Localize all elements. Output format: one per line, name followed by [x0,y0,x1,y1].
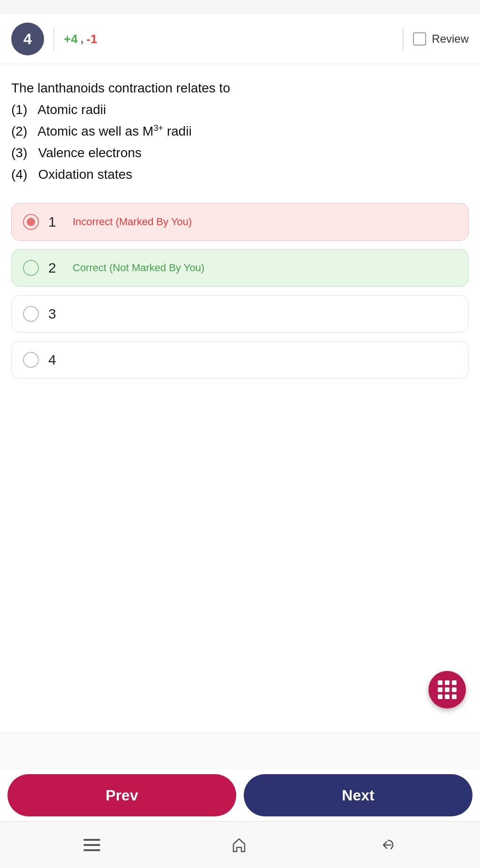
header: 4 +4 , -1 Review [0,14,480,64]
review-area[interactable]: Review [413,32,469,46]
prev-button[interactable]: Prev [8,774,236,816]
option-3[interactable]: 3 [11,295,469,333]
radio-btn-3[interactable] [23,306,39,322]
hamburger-line [83,849,100,851]
grid-dot [438,687,442,692]
score-separator: , [81,32,84,46]
radio-btn-4[interactable] [23,352,39,368]
review-label: Review [432,32,469,46]
question-line-3: (2) Atomic as well as M3+ radii [11,122,469,141]
question-line-1: The lanthanoids contraction relates to [11,78,469,98]
score-positive: +4 [64,32,78,46]
score-area: +4 , -1 [64,32,393,46]
option-number-4: 4 [48,352,60,368]
grid-dot [445,680,450,685]
question-text: The lanthanoids contraction relates to (… [11,78,469,184]
header-divider-2 [403,27,404,51]
question-line-2: (1) Atomic radii [11,100,469,120]
radio-btn-1[interactable] [23,214,39,230]
menu-icon[interactable] [83,839,100,851]
question-content: The lanthanoids contraction relates to (… [0,64,480,732]
bottom-nav [0,821,480,868]
hamburger-line [83,839,100,841]
question-number: 4 [23,30,32,48]
option-number-2: 2 [48,260,60,276]
screen: 4 +4 , -1 Review The lanthanoids contrac… [0,0,480,868]
option-number-1: 1 [48,214,60,230]
grid-dot [438,680,442,685]
grid-dot [445,687,450,692]
grid-dot [452,694,457,699]
header-divider-1 [53,27,54,51]
grid-dot [452,680,457,685]
option-4[interactable]: 4 [11,341,469,379]
grid-dot [438,694,442,699]
option-status-1: Incorrect (Marked By You) [73,216,192,228]
status-bar [0,0,480,14]
grid-icon [438,680,457,699]
grid-dot [445,694,450,699]
question-number-badge: 4 [11,23,44,55]
superscript: 3+ [153,123,163,133]
home-icon[interactable] [230,836,248,854]
question-line-5: (4) Oxidation states [11,165,469,184]
option-2[interactable]: 2 Correct (Not Marked By You) [11,249,469,287]
bottom-answer-section [0,732,480,769]
grid-dot [452,687,457,692]
back-icon[interactable] [378,836,397,854]
question-line-4: (3) Valence electrons [11,143,469,163]
option-status-2: Correct (Not Marked By You) [73,262,204,274]
next-button[interactable]: Next [244,774,472,816]
options-list: 1 Incorrect (Marked By You) 2 Correct (N… [11,203,469,379]
review-checkbox[interactable] [413,32,426,46]
option-number-3: 3 [48,306,60,322]
fab-grid-button[interactable] [428,671,466,708]
hamburger-line [83,844,100,846]
option-1[interactable]: 1 Incorrect (Marked By You) [11,203,469,241]
nav-buttons: Prev Next [0,769,480,821]
score-negative: -1 [86,32,97,46]
radio-btn-2[interactable] [23,260,39,276]
